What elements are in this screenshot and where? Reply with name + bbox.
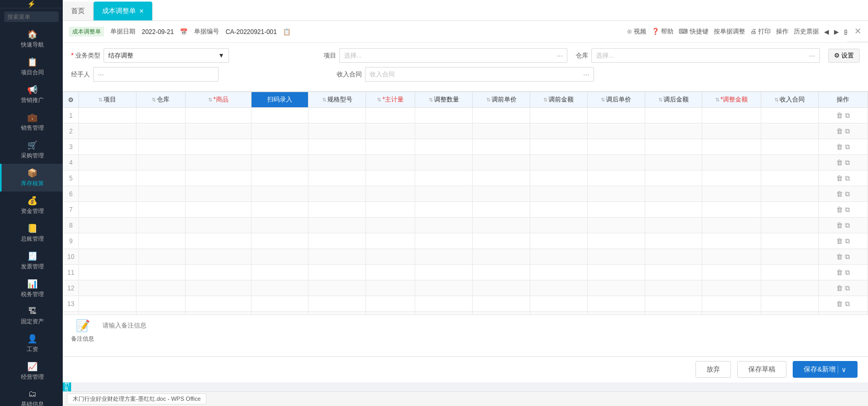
delete-icon[interactable]: 🗑 xyxy=(836,159,843,167)
table-cell[interactable] xyxy=(309,155,366,171)
table-cell[interactable] xyxy=(645,108,702,123)
table-cell[interactable] xyxy=(251,139,309,155)
table-cell[interactable] xyxy=(185,280,251,296)
table-cell[interactable] xyxy=(761,280,818,296)
table-cell[interactable] xyxy=(530,249,587,265)
form-close-button[interactable]: ✕ xyxy=(847,21,868,42)
table-cell[interactable] xyxy=(309,123,366,139)
sidebar-item-basic-info[interactable]: 🗂 基础信息 xyxy=(0,385,63,406)
table-cell[interactable] xyxy=(587,139,645,155)
table-cell[interactable] xyxy=(702,108,761,123)
table-cell[interactable] xyxy=(309,233,366,249)
table-cell[interactable] xyxy=(415,265,473,280)
table-cell[interactable] xyxy=(309,171,366,186)
table-cell[interactable] xyxy=(587,186,645,202)
table-cell[interactable] xyxy=(761,123,818,139)
table-cell[interactable] xyxy=(761,155,818,171)
table-cell[interactable] xyxy=(473,233,530,249)
table-cell[interactable] xyxy=(251,296,309,312)
table-cell[interactable] xyxy=(645,171,702,186)
table-cell[interactable] xyxy=(136,123,185,139)
col-scan[interactable]: 扫码录入 xyxy=(251,92,309,108)
table-cell[interactable] xyxy=(587,108,645,123)
table-cell[interactable] xyxy=(702,296,761,312)
table-cell[interactable] xyxy=(251,249,309,265)
table-cell[interactable] xyxy=(251,233,309,249)
settings-button[interactable]: ⚙ 设置 xyxy=(828,49,860,63)
sidebar-item-ops-mgmt[interactable]: 📈 经营管理 xyxy=(0,357,63,385)
table-cell[interactable] xyxy=(761,296,818,312)
delete-icon[interactable]: 🗑 xyxy=(836,190,843,198)
table-cell[interactable] xyxy=(473,108,530,123)
table-cell[interactable] xyxy=(366,296,415,312)
copy-row-icon[interactable]: ⧉ xyxy=(845,143,850,151)
table-cell[interactable] xyxy=(79,123,136,139)
table-cell[interactable] xyxy=(587,202,645,218)
table-cell[interactable] xyxy=(645,186,702,202)
operation-btn[interactable]: 操作 xyxy=(776,27,789,36)
table-cell[interactable] xyxy=(761,202,818,218)
table-cell[interactable] xyxy=(702,155,761,171)
hotkey-btn[interactable]: ⌨ 快捷键 xyxy=(679,27,708,36)
table-cell[interactable] xyxy=(79,139,136,155)
table-cell[interactable] xyxy=(309,139,366,155)
table-cell[interactable] xyxy=(185,249,251,265)
table-cell[interactable] xyxy=(136,296,185,312)
table-cell[interactable] xyxy=(309,280,366,296)
table-cell[interactable] xyxy=(702,186,761,202)
table-cell[interactable] xyxy=(530,186,587,202)
table-cell[interactable] xyxy=(415,202,473,218)
table-cell[interactable] xyxy=(530,265,587,280)
table-cell[interactable] xyxy=(761,171,818,186)
table-cell[interactable] xyxy=(702,139,761,155)
table-cell[interactable] xyxy=(530,123,587,139)
table-cell[interactable] xyxy=(309,186,366,202)
delete-icon[interactable]: 🗑 xyxy=(836,284,843,292)
table-cell[interactable] xyxy=(366,139,415,155)
copy-row-icon[interactable]: ⧉ xyxy=(845,174,850,183)
delete-icon[interactable]: 🗑 xyxy=(836,221,843,230)
notes-input[interactable] xyxy=(100,319,860,348)
table-cell[interactable] xyxy=(587,249,645,265)
table-cell[interactable] xyxy=(185,265,251,280)
table-cell[interactable] xyxy=(761,233,818,249)
table-cell[interactable] xyxy=(79,108,136,123)
table-cell[interactable] xyxy=(309,202,366,218)
table-cell[interactable] xyxy=(702,249,761,265)
table-cell[interactable] xyxy=(530,218,587,233)
nav-next-icon[interactable]: ▶ xyxy=(834,28,839,36)
table-cell[interactable] xyxy=(587,280,645,296)
table-cell[interactable] xyxy=(587,218,645,233)
sidebar-item-fixed-assets[interactable]: 🏗 固定资产 xyxy=(0,302,63,330)
table-cell[interactable] xyxy=(366,218,415,233)
table-cell[interactable] xyxy=(79,218,136,233)
history-btn[interactable]: 历史票据 xyxy=(794,27,819,36)
table-cell[interactable] xyxy=(645,233,702,249)
table-cell[interactable] xyxy=(185,155,251,171)
table-cell[interactable] xyxy=(702,233,761,249)
sidebar-item-quick-nav[interactable]: 🏠 快速导航 xyxy=(0,25,63,53)
table-cell[interactable] xyxy=(645,218,702,233)
table-cell[interactable] xyxy=(79,186,136,202)
table-cell[interactable] xyxy=(366,233,415,249)
sidebar-item-sales-promo[interactable]: 📢 营销推广 xyxy=(0,81,63,108)
table-cell[interactable] xyxy=(587,123,645,139)
table-cell[interactable] xyxy=(645,139,702,155)
table-cell[interactable] xyxy=(473,249,530,265)
table-cell[interactable] xyxy=(79,155,136,171)
table-cell[interactable] xyxy=(530,155,587,171)
table-cell[interactable] xyxy=(415,155,473,171)
table-cell[interactable] xyxy=(136,139,185,155)
copy-row-icon[interactable]: ⧉ xyxy=(845,300,850,308)
table-cell[interactable] xyxy=(473,265,530,280)
table-cell[interactable] xyxy=(309,218,366,233)
table-cell[interactable] xyxy=(530,233,587,249)
table-cell[interactable] xyxy=(702,265,761,280)
table-cell[interactable] xyxy=(702,218,761,233)
table-cell[interactable] xyxy=(185,139,251,155)
table-cell[interactable] xyxy=(761,186,818,202)
table-cell[interactable] xyxy=(136,265,185,280)
project-value[interactable]: 选择... ··· xyxy=(339,48,568,63)
data-table-container[interactable]: ⚙ ⇅项目 ⇅仓库 ⇅*商品 扫码录入 ⇅规格型号 ⇅*主计量 ⇅调整数量 ⇅调… xyxy=(63,92,868,314)
table-cell[interactable] xyxy=(79,233,136,249)
